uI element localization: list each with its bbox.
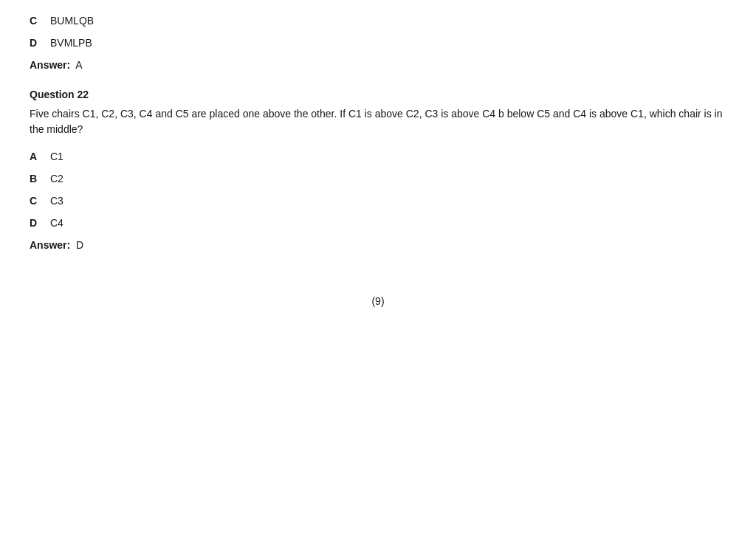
prev-option-c-text: BUMLQB <box>50 15 94 27</box>
prev-answer-label: Answer: <box>30 59 70 71</box>
option-b-text: C2 <box>50 173 63 184</box>
option-c-letter: C <box>30 195 50 207</box>
option-c-text: C3 <box>50 195 63 207</box>
page-number: (9) <box>30 295 726 307</box>
option-d: D C4 <box>30 217 726 229</box>
prev-answer-value: A <box>75 59 82 71</box>
option-b: B C2 <box>30 173 726 184</box>
question-22-body: Five chairs C1, C2, C3, C4 and C5 are pl… <box>30 106 726 137</box>
option-b-letter: B <box>30 173 50 184</box>
answer-22-value: D <box>76 239 83 251</box>
answer-22: Answer: D <box>30 239 726 251</box>
answer-22-label: Answer: <box>30 239 70 251</box>
option-d-letter: D <box>30 217 50 229</box>
prev-option-d: D BVMLPB <box>30 37 726 49</box>
option-a-letter: A <box>30 151 50 162</box>
prev-option-c: C BUMLQB <box>30 15 726 27</box>
prev-option-c-letter: C <box>30 15 50 27</box>
prev-option-d-letter: D <box>30 37 50 49</box>
prev-option-d-text: BVMLPB <box>50 37 92 49</box>
question-22-heading: Question 22 <box>30 89 726 100</box>
option-a: A C1 <box>30 151 726 162</box>
prev-answer: Answer: A <box>30 59 726 71</box>
option-c: C C3 <box>30 195 726 207</box>
option-a-text: C1 <box>50 151 63 162</box>
option-d-text: C4 <box>50 217 63 229</box>
